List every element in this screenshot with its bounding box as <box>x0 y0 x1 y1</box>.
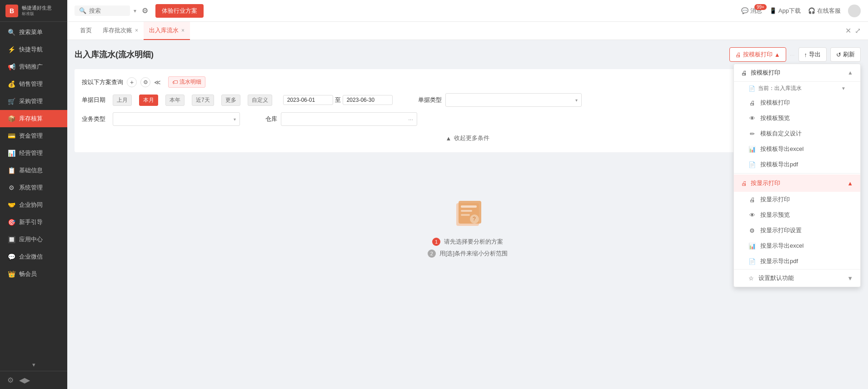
tab-warehouse-flow[interactable]: 出入库流水 × <box>144 22 190 40</box>
sidebar-item-label: 企业协同 <box>19 201 43 209</box>
template-print-header[interactable]: 🖨 按模板打印 ▲ <box>734 64 860 82</box>
search-chevron-icon[interactable]: ▾ <box>134 8 136 14</box>
display-section-label: 按显示打印 <box>751 179 780 187</box>
expand-icon[interactable]: ◀▶ <box>19 376 30 384</box>
print-icon: 🖨 <box>748 196 756 203</box>
sidebar-item-sales[interactable]: 💰 销售管理 <box>0 75 67 93</box>
voucher-type-label: 单据类型 <box>418 96 442 104</box>
app-download-btn[interactable]: 📱 App下载 <box>769 7 801 15</box>
template-custom-item[interactable]: ✏ 模板自定义设计 <box>734 126 860 141</box>
shortcut-icon: ⚡ <box>7 45 15 54</box>
svg-rect-4 <box>461 214 470 216</box>
sidebar-scroll-down[interactable]: ▾ <box>0 359 67 371</box>
display-printer-icon: 🖨 <box>741 180 747 187</box>
sidebar-item-system[interactable]: ⚙ 系统管理 <box>0 179 67 196</box>
date-btn-more[interactable]: 更多 <box>221 95 240 106</box>
export-btn[interactable]: ↑ 导出 <box>798 47 827 62</box>
date-separator: 至 <box>335 96 341 104</box>
page-header: 出入库流水(流水明细) 🖨 按模板打印 ▲ ··· ↑ 导出 ↺ 刷新 <box>75 47 861 62</box>
close-all-icon[interactable]: ✕ <box>845 26 851 35</box>
sidebar-item-wechat[interactable]: 💬 企业微信 <box>0 248 67 265</box>
print-icon: 🖨 <box>748 99 756 106</box>
sidebar-item-label: 经营管理 <box>19 149 43 157</box>
collapse-up-icon: ▲ <box>446 135 452 142</box>
service-btn[interactable]: 🎧 在线客服 <box>808 7 841 15</box>
settings-icon: ⚙ <box>748 227 756 234</box>
page-title: 出入库流水(流水明细) <box>75 49 154 60</box>
sidebar-item-marketing[interactable]: 📢 营销推广 <box>0 58 67 75</box>
tab-inventory-batch[interactable]: 库存批次账 × <box>97 22 144 40</box>
message-btn[interactable]: 💬 消息 99+ <box>741 7 762 15</box>
template-preview-item[interactable]: 👁 按模板预览 <box>734 110 860 126</box>
message-icon: 💬 <box>741 7 748 14</box>
sidebar-item-cooperation[interactable]: 🤝 企业协同 <box>0 196 67 214</box>
voucher-type-select[interactable]: ▾ <box>445 93 582 107</box>
tag-icon: 🏷 <box>172 79 178 85</box>
tab-close-icon[interactable]: × <box>135 27 138 34</box>
settings-icon[interactable]: ⚙ <box>7 376 14 384</box>
sidebar-item-shortcut[interactable]: ⚡ 快捷导航 <box>0 41 67 58</box>
item-label: 按模板打印 <box>760 99 790 107</box>
display-excel-item[interactable]: 📊 按显示导出excel <box>734 238 860 254</box>
app-edition: 标准版 <box>22 11 52 17</box>
refresh-label: 刷新 <box>843 50 855 59</box>
item-label: 按显示打印 <box>760 195 790 204</box>
step-1-num: 1 <box>432 238 440 246</box>
topbar-search-box[interactable]: 🔍 <box>75 5 130 16</box>
date-from-input[interactable] <box>283 95 333 105</box>
warehouse-select[interactable]: ··· <box>281 112 417 126</box>
template-section-icon: 🖨 按模板打印 <box>741 69 780 77</box>
display-pdf-item[interactable]: 📄 按显示导出pdf <box>734 254 860 269</box>
maximize-icon[interactable]: ⤢ <box>855 26 861 35</box>
sidebar-item-purchase[interactable]: 🛒 采购管理 <box>0 93 67 110</box>
business-type-label: 业务类型 <box>82 115 105 123</box>
step-2-label: 用[选]条件来缩小分析范围 <box>439 249 508 258</box>
date-btn-year[interactable]: 本年 <box>165 95 185 106</box>
filter-collapse-btn[interactable]: ≪ <box>154 79 161 86</box>
tab-close-icon[interactable]: × <box>181 27 185 34</box>
search-input[interactable] <box>89 7 125 14</box>
appstore-icon: 🔲 <box>7 235 15 244</box>
sidebar-item-operation[interactable]: 📊 经营管理 <box>0 145 67 162</box>
empty-illustration: ? <box>449 194 486 230</box>
sidebar-item-guide[interactable]: 🎯 新手引导 <box>0 214 67 231</box>
gear-icon[interactable]: ⚙ <box>142 6 148 15</box>
sidebar-item-basic[interactable]: 📋 基础信息 <box>0 162 67 179</box>
current-text: 当前：出入库流水 <box>758 85 802 92</box>
filter-add-btn[interactable]: + <box>127 77 137 87</box>
sidebar-item-vip[interactable]: 👑 畅会员 <box>0 265 67 283</box>
printer-icon: 🖨 <box>741 70 747 76</box>
set-default-item[interactable]: ☆ 设置默认功能 ▼ <box>734 269 860 287</box>
date-btn-7days[interactable]: 近7天 <box>192 95 214 106</box>
item-label: 按显示打印设置 <box>760 226 802 234</box>
display-print-header[interactable]: 🖨 按显示打印 ▲ <box>734 175 860 192</box>
topbar-right: 💬 消息 99+ 📱 App下载 🎧 在线客服 <box>741 5 861 17</box>
tab-home[interactable]: 首页 <box>75 22 97 40</box>
sales-icon: 💰 <box>7 80 15 88</box>
user-avatar[interactable] <box>848 5 861 17</box>
template-print-item[interactable]: 🖨 按模板打印 <box>734 95 860 110</box>
template-excel-item[interactable]: 📊 按模板导出excel <box>734 141 860 157</box>
set-default-arrow: ▼ <box>847 275 853 282</box>
industry-btn[interactable]: 体验行业方案 <box>155 4 204 18</box>
date-btn-last-month[interactable]: 上月 <box>113 95 132 106</box>
item-label: 按显示导出pdf <box>760 257 798 265</box>
sidebar-item-search[interactable]: 🔍 搜索菜单 <box>0 24 67 41</box>
template-pdf-item[interactable]: 📄 按模板导出pdf <box>734 157 860 172</box>
current-icon: 📄 <box>748 85 755 92</box>
business-type-select[interactable]: ▾ <box>113 112 240 126</box>
date-btn-current-month[interactable]: 本月 <box>139 95 158 106</box>
sidebar-item-finance[interactable]: 💳 资金管理 <box>0 127 67 145</box>
print-template-btn[interactable]: 🖨 按模板打印 ▲ <box>729 47 786 62</box>
filter-setting-btn[interactable]: ⚙ <box>140 77 150 87</box>
display-print-settings-item[interactable]: ⚙ 按显示打印设置 <box>734 223 860 238</box>
sidebar-item-inventory[interactable]: 📦 库存核算 <box>0 110 67 127</box>
refresh-btn[interactable]: ↺ 刷新 <box>830 47 861 62</box>
item-label: 按显示预览 <box>760 211 790 219</box>
display-preview-item[interactable]: 👁 按显示预览 <box>734 207 860 223</box>
date-btn-custom[interactable]: 自定义 <box>248 95 272 106</box>
display-print-item[interactable]: 🖨 按显示打印 <box>734 192 860 207</box>
service-label: 在线客服 <box>817 7 841 15</box>
date-to-input[interactable] <box>343 95 393 105</box>
sidebar-item-appstore[interactable]: 🔲 应用中心 <box>0 231 67 248</box>
